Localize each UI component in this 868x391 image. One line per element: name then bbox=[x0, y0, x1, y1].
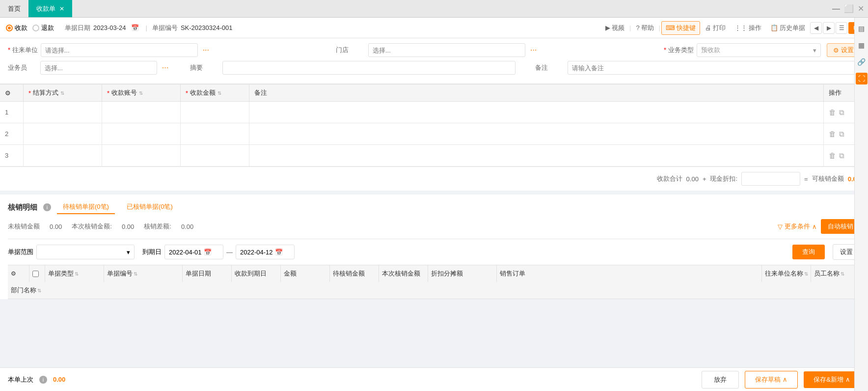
business-type-select[interactable]: 预收款 ▾ bbox=[697, 43, 821, 57]
doc-no-label: 单据编号 bbox=[152, 24, 178, 32]
restore-icon[interactable]: ⬜ bbox=[844, 4, 854, 13]
tab-home[interactable]: 首页 bbox=[0, 0, 28, 17]
close-icon[interactable]: ✕ bbox=[858, 4, 864, 13]
operation-btn[interactable]: ⋮⋮ 操作 bbox=[731, 22, 765, 34]
delete-icon-2[interactable]: 🗑 bbox=[829, 130, 836, 138]
sort-icon-2[interactable]: ⇅ bbox=[139, 90, 143, 96]
radio-collect[interactable]: 收款 bbox=[6, 24, 27, 32]
sort-icon[interactable]: ⇅ bbox=[60, 90, 64, 96]
row1-amount[interactable] bbox=[181, 102, 249, 123]
separator-1: | bbox=[146, 24, 147, 31]
counterpart-more-btn[interactable]: ··· bbox=[201, 46, 211, 55]
shortcut-btn[interactable]: ⌨ 快捷键 bbox=[661, 21, 700, 35]
copy-icon[interactable]: ⧉ bbox=[839, 108, 844, 117]
row2-settle[interactable] bbox=[24, 123, 102, 144]
sort-icon-b1[interactable]: ⇅ bbox=[75, 271, 79, 277]
tab-done[interactable]: 已核销单据(0笔) bbox=[121, 200, 179, 214]
calendar-icon[interactable]: 📅 bbox=[131, 24, 139, 31]
copy-icon-3[interactable]: ⧉ bbox=[839, 151, 844, 160]
discount-label: 现金折扣: bbox=[710, 174, 737, 183]
minimize-icon[interactable]: — bbox=[832, 4, 840, 13]
row3-account[interactable] bbox=[102, 145, 181, 166]
sort-icon-b5[interactable]: ⇅ bbox=[37, 288, 41, 293]
date-to-input[interactable]: 2022-04-12 📅 bbox=[236, 245, 295, 259]
row1-remark[interactable] bbox=[249, 102, 824, 123]
due-date-label: 到期日 bbox=[142, 248, 162, 256]
video-btn[interactable]: ▶ 视频 bbox=[601, 22, 628, 34]
col-settings[interactable]: ⚙ bbox=[0, 84, 24, 101]
date-from-input[interactable]: 2022-04-01 📅 bbox=[164, 245, 223, 259]
row2-amount[interactable] bbox=[181, 123, 249, 144]
save-draft-btn[interactable]: 保存草稿 ∧ bbox=[745, 371, 798, 389]
rp-grid-icon[interactable]: ▦ bbox=[856, 39, 868, 51]
tab-pending[interactable]: 待核销单据(0笔) bbox=[57, 200, 115, 214]
store-more-btn[interactable]: ··· bbox=[528, 46, 539, 55]
radio-refund[interactable]: 退款 bbox=[32, 24, 54, 32]
delete-icon[interactable]: 🗑 bbox=[829, 108, 836, 116]
row3-settle[interactable] bbox=[24, 145, 102, 166]
print-btn[interactable]: 🖨 打印 bbox=[701, 22, 730, 34]
sort-icon-3[interactable]: ⇅ bbox=[217, 90, 221, 96]
save-new-btn[interactable]: 保存&新增 ∧ bbox=[804, 371, 860, 388]
staff-more-btn[interactable]: ··· bbox=[160, 63, 170, 72]
bcol-amount: 金额 bbox=[281, 265, 330, 282]
sort-icon-b3[interactable]: ⇅ bbox=[804, 271, 808, 277]
more-conditions-btn[interactable]: ▽ 更多条件 ∧ bbox=[778, 222, 817, 231]
sort-icon-b4[interactable]: ⇅ bbox=[841, 271, 844, 277]
copy-icon-2[interactable]: ⧉ bbox=[839, 130, 844, 139]
operation-label: 操作 bbox=[749, 24, 761, 32]
discard-btn[interactable]: 放弃 bbox=[702, 371, 739, 389]
prev-info-icon[interactable]: i bbox=[39, 376, 47, 384]
history-icon: 📋 bbox=[770, 24, 778, 31]
verify-stats: 未核销金额 0.00 本次核销金额: 0.00 核销差额: 0.00 ▽ 更多条… bbox=[8, 219, 860, 234]
toolbar-right: ▶ 视频 | ? 帮助 | ⌨ 快捷键 🖨 打印 ⋮⋮ 操作 📋 历史单据 ◀ … bbox=[601, 21, 862, 35]
row1-num: 1 bbox=[0, 102, 24, 123]
rp-link-icon[interactable]: 🔗 bbox=[856, 56, 868, 68]
range-select[interactable]: ▾ bbox=[36, 245, 135, 259]
history-label: 历史单据 bbox=[780, 24, 805, 32]
radio-refund-dot bbox=[32, 25, 39, 31]
business-type-label: 业务类型 bbox=[664, 46, 694, 55]
delete-icon-3[interactable]: 🗑 bbox=[829, 151, 836, 160]
select-all-checkbox[interactable] bbox=[32, 271, 39, 277]
row2-account[interactable] bbox=[102, 123, 181, 144]
list-view-btn[interactable]: ☰ bbox=[836, 22, 847, 34]
rp-table-icon[interactable]: ▤ bbox=[856, 23, 868, 34]
chevron-down-icon: ▾ bbox=[813, 47, 816, 54]
row3-remark[interactable] bbox=[249, 145, 824, 166]
prev-nav-btn[interactable]: ◀ bbox=[810, 22, 822, 34]
tab-close-icon[interactable]: ✕ bbox=[59, 5, 64, 12]
counterpart-label: 往来单位 bbox=[8, 46, 38, 55]
store-input[interactable] bbox=[368, 43, 525, 57]
chevron-up-icon: ∧ bbox=[812, 223, 817, 230]
rp-expand-icon[interactable]: ⛶ bbox=[856, 73, 868, 84]
remark-input[interactable] bbox=[568, 61, 860, 75]
sort-icon-b2[interactable]: ⇅ bbox=[134, 271, 137, 277]
row1-account[interactable] bbox=[102, 102, 181, 123]
calendar-from-icon[interactable]: 📅 bbox=[204, 249, 212, 256]
history-btn[interactable]: 📋 历史单据 bbox=[766, 22, 809, 34]
row1-settle[interactable] bbox=[24, 102, 102, 123]
summary-input[interactable] bbox=[222, 61, 515, 75]
form-row-1: 往来单位 ··· 门店 ··· 业务类型 预收款 ▾ ⚙ 设置 bbox=[8, 43, 860, 57]
counterpart-input[interactable] bbox=[41, 43, 198, 57]
table-row: 1 🗑 ⧉ bbox=[0, 102, 868, 123]
bottom-bar: 本单上次 i 0.00 放弃 保存草稿 ∧ 保存&新增 ∧ bbox=[0, 367, 868, 391]
save-new-arrow-icon[interactable]: ∧ bbox=[845, 376, 850, 383]
info-icon[interactable]: i bbox=[43, 203, 51, 211]
query-btn[interactable]: 查询 bbox=[792, 245, 825, 259]
help-btn[interactable]: ? 帮助 bbox=[632, 22, 657, 34]
staff-input[interactable] bbox=[40, 61, 157, 75]
tab-receipt[interactable]: 收款单 ✕ bbox=[28, 0, 72, 17]
calendar-to-icon[interactable]: 📅 bbox=[275, 249, 283, 256]
row2-remark[interactable] bbox=[249, 123, 824, 144]
row3-amount[interactable] bbox=[181, 145, 249, 166]
save-draft-label: 保存草稿 bbox=[755, 375, 781, 384]
discount-input[interactable] bbox=[741, 172, 800, 186]
bcol-settings[interactable]: ⚙ bbox=[8, 265, 29, 282]
bcol-sales-order: 销售订单 bbox=[497, 265, 762, 282]
next-nav-btn[interactable]: ▶ bbox=[823, 22, 835, 34]
bcol-checkbox[interactable] bbox=[29, 265, 45, 282]
staff-field: 业务员 ··· bbox=[8, 61, 170, 75]
save-draft-arrow-icon[interactable]: ∧ bbox=[783, 376, 787, 383]
